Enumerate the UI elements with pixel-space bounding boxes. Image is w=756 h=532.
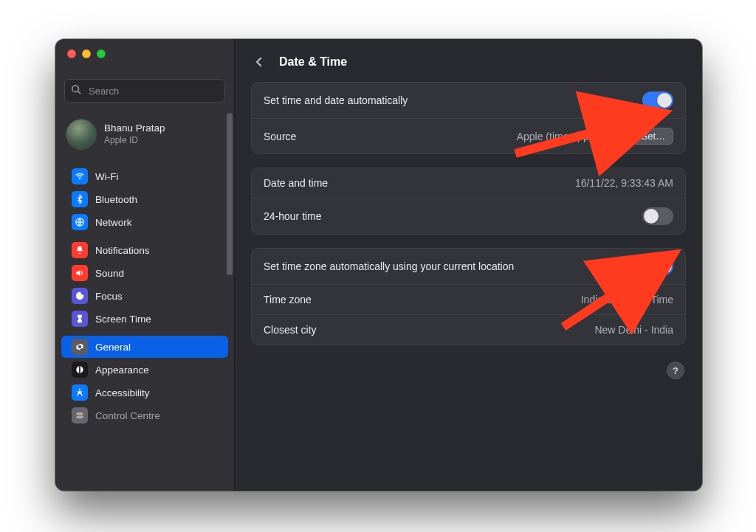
sidebar: Bhanu Pratap Apple ID Wi-Fi — [55, 39, 235, 491]
sidebar-item-label: Network — [95, 217, 132, 228]
account-name: Bhanu Pratap — [104, 122, 165, 135]
sidebar-item-label: Sound — [95, 268, 124, 279]
chevron-left-icon — [252, 55, 266, 69]
sidebar-item-accessibility[interactable]: Accessibility — [61, 381, 228, 404]
svg-point-0 — [72, 86, 79, 92]
row-source: Source Apple (time.apple.com.) Set… — [252, 118, 685, 153]
sidebar-item-bluetooth[interactable]: Bluetooth — [61, 188, 228, 210]
panel-timezone: Set time zone automatically using your c… — [251, 248, 686, 345]
help-button[interactable]: ? — [667, 362, 684, 379]
sidebar-scroll: Bhanu Pratap Apple ID Wi-Fi — [55, 111, 234, 491]
city-value: New Delhi - India — [594, 324, 673, 336]
zoom-icon[interactable] — [97, 49, 106, 58]
row-label: Closest city — [264, 324, 317, 336]
network-icon — [72, 214, 88, 230]
minimize-icon[interactable] — [82, 49, 91, 58]
row-label: 24-hour time — [264, 210, 322, 222]
content-pane: Date & Time Set time and date automatica… — [235, 39, 702, 491]
sidebar-item-control-centre[interactable]: Control Centre — [61, 404, 228, 426]
sidebar-item-general[interactable]: General — [61, 336, 228, 358]
page-title: Date & Time — [279, 55, 347, 69]
svg-point-2 — [79, 179, 80, 179]
source-value: Apple (time.apple.com.) — [517, 131, 626, 142]
row-set-auto: Set time and date automatically — [252, 83, 685, 118]
sidebar-item-label: Screen Time — [95, 314, 151, 325]
sidebar-item-network[interactable]: Network — [61, 211, 228, 233]
row-24h: 24-hour time — [252, 198, 685, 234]
accessibility-icon — [72, 384, 88, 401]
appearance-icon — [72, 362, 88, 378]
sidebar-item-label: Accessibility — [95, 387, 150, 398]
sidebar-item-appearance[interactable]: Appearance — [61, 359, 228, 381]
toggle-tz-auto[interactable] — [642, 258, 673, 275]
svg-line-1 — [78, 91, 81, 94]
sidebar-item-label: Bluetooth — [95, 194, 137, 205]
row-label: Source — [264, 131, 296, 142]
sidebar-item-label: Wi-Fi — [95, 171, 118, 182]
sidebar-item-wifi[interactable]: Wi-Fi — [61, 165, 228, 187]
window-traffic-lights — [55, 39, 234, 73]
sidebar-item-label: General — [95, 342, 131, 353]
search-field[interactable] — [64, 79, 225, 103]
wifi-icon — [72, 168, 88, 184]
row-label: Set time zone automatically using your c… — [264, 260, 514, 272]
avatar — [66, 119, 97, 150]
toggle-set-auto[interactable] — [642, 91, 673, 109]
search-icon — [71, 84, 81, 97]
toggle-24h[interactable] — [642, 207, 673, 225]
sidebar-scrollbar[interactable] — [227, 113, 233, 275]
focus-icon — [72, 288, 88, 304]
row-label: Time zone — [264, 294, 312, 305]
row-tz: Time zone India Standard Time — [252, 284, 685, 314]
row-city: Closest city New Delhi - India — [252, 314, 685, 345]
sidebar-item-focus[interactable]: Focus — [61, 285, 228, 307]
account-row[interactable]: Bhanu Pratap Apple ID — [55, 111, 234, 160]
close-icon[interactable] — [67, 49, 76, 58]
sidebar-item-label: Focus — [95, 291, 123, 302]
svg-point-5 — [79, 389, 80, 390]
sidebar-item-sound[interactable]: Sound — [61, 262, 228, 284]
sidebar-item-label: Appearance — [95, 365, 149, 376]
row-label: Set time and date automatically — [264, 94, 408, 106]
settings-window: Bhanu Pratap Apple ID Wi-Fi — [55, 39, 702, 491]
sidebar-item-notifications[interactable]: Notifications — [61, 239, 228, 261]
sidebar-item-label: Control Centre — [95, 410, 160, 421]
search-wrap — [64, 79, 225, 103]
svg-rect-6 — [76, 412, 83, 415]
source-set-button[interactable]: Set… — [633, 128, 673, 145]
row-tz-auto: Set time zone automatically using your c… — [252, 249, 685, 284]
back-button[interactable] — [250, 52, 269, 72]
panel-auto-datetime: Set time and date automatically Source A… — [251, 82, 686, 154]
bluetooth-icon — [72, 191, 88, 207]
sound-icon — [72, 265, 88, 281]
screen-time-icon — [72, 311, 88, 327]
account-text: Bhanu Pratap Apple ID — [104, 122, 165, 146]
panel-datetime: Date and time 16/11/22, 9:33:43 AM 24-ho… — [251, 167, 686, 235]
svg-rect-7 — [76, 416, 83, 419]
sidebar-item-screen-time[interactable]: Screen Time — [61, 308, 228, 330]
search-input[interactable] — [87, 85, 219, 97]
row-label: Date and time — [264, 177, 328, 189]
canvas: Bhanu Pratap Apple ID Wi-Fi — [0, 0, 756, 532]
control-centre-icon — [72, 407, 88, 424]
general-icon — [72, 339, 88, 355]
content-body: Set time and date automatically Source A… — [235, 82, 702, 393]
date-time-value: 16/11/22, 9:33:43 AM — [575, 177, 673, 189]
account-sub: Apple ID — [104, 135, 165, 146]
notifications-icon — [72, 242, 88, 258]
tz-value: India Standard Time — [581, 294, 673, 305]
content-header: Date & Time — [235, 39, 702, 82]
sidebar-item-label: Notifications — [95, 245, 150, 256]
row-date-time: Date and time 16/11/22, 9:33:43 AM — [252, 168, 685, 198]
help-row: ? — [251, 359, 686, 379]
